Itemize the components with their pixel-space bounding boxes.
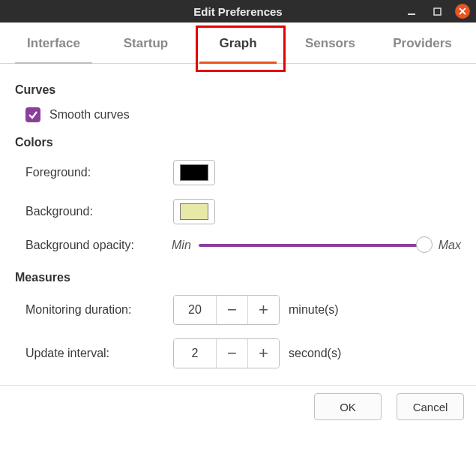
maximize-icon [433, 8, 442, 16]
smooth-curves-row: Smooth curves [25, 107, 461, 122]
smooth-curves-checkbox[interactable] [25, 107, 40, 122]
duration-row: Monitoring duration: 20 − + minute(s) [25, 295, 461, 325]
interval-value[interactable]: 2 [174, 339, 216, 368]
ok-button[interactable]: OK [314, 393, 382, 420]
duration-value[interactable]: 20 [174, 296, 216, 324]
tab-sensors[interactable]: Sensors [284, 23, 376, 63]
minimize-icon [407, 7, 416, 16]
foreground-row: Foreground: [25, 160, 461, 185]
opacity-slider[interactable] [199, 238, 431, 253]
close-button[interactable] [455, 4, 470, 19]
measures-heading: Measures [15, 271, 461, 284]
slider-thumb[interactable] [416, 236, 433, 253]
duration-increment-button[interactable]: + [247, 296, 279, 324]
close-icon [459, 8, 466, 15]
opacity-row: Background opacity: Min Max [25, 238, 461, 253]
tab-interface[interactable]: Interface [7, 23, 100, 63]
minimize-button[interactable] [404, 4, 419, 19]
interval-spinner: 2 − + [173, 338, 280, 368]
window-controls [404, 4, 470, 19]
opacity-label: Background opacity: [25, 239, 164, 252]
svg-rect-0 [408, 14, 415, 15]
svg-rect-1 [434, 8, 441, 15]
duration-spinner: 20 − + [173, 295, 280, 325]
interval-row: Update interval: 2 − + second(s) [25, 338, 461, 368]
dialog-footer: OK Cancel [0, 385, 476, 431]
tab-content: Curves Smooth curves Colors Foreground: … [0, 64, 476, 385]
background-swatch [180, 203, 208, 220]
tab-startup[interactable]: Startup [100, 23, 192, 63]
smooth-curves-label: Smooth curves [49, 108, 130, 122]
opacity-max-label: Max [439, 239, 461, 252]
background-swatch-button[interactable] [173, 199, 215, 224]
cancel-button[interactable]: Cancel [397, 393, 464, 420]
colors-heading: Colors [15, 136, 461, 149]
foreground-label: Foreground: [25, 166, 164, 179]
duration-decrement-button[interactable]: − [216, 296, 247, 324]
interval-label: Update interval: [25, 347, 164, 360]
slider-track [199, 244, 431, 247]
tab-bar: Interface Startup Graph Sensors Provider… [0, 23, 476, 64]
maximize-button[interactable] [430, 4, 445, 19]
check-icon [28, 110, 38, 120]
titlebar: Edit Preferences [0, 0, 476, 23]
foreground-swatch [180, 164, 208, 181]
background-label: Background: [25, 205, 164, 218]
background-row: Background: [25, 199, 461, 224]
opacity-min-label: Min [172, 239, 191, 252]
interval-decrement-button[interactable]: − [216, 339, 247, 368]
foreground-swatch-button[interactable] [173, 160, 215, 185]
interval-unit: second(s) [289, 347, 341, 360]
interval-increment-button[interactable]: + [247, 339, 279, 368]
tab-providers[interactable]: Providers [376, 23, 469, 63]
duration-unit: minute(s) [289, 303, 339, 317]
curves-heading: Curves [15, 83, 461, 97]
tab-graph[interactable]: Graph [192, 23, 284, 63]
duration-label: Monitoring duration: [25, 303, 164, 317]
